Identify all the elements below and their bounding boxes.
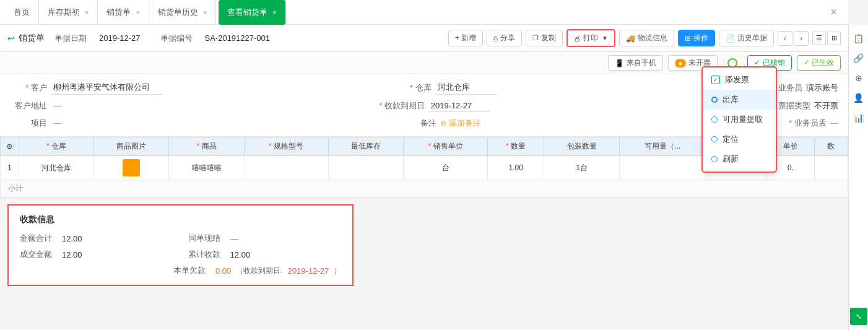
tab-home[interactable]: 首页 <box>5 0 39 25</box>
toolbar-actions: + 新增 ⎙ 分享 ❐ 复制 🖨 打印 ▼ 🚚 物流信息 ⊞ 操作 📄 历史单据… <box>448 29 841 47</box>
logistics-button[interactable]: 🚚 物流信息 <box>619 30 674 46</box>
expand-icon: ⤡ <box>856 312 862 321</box>
tab-close-inventory[interactable]: × <box>85 9 89 16</box>
view-list-icon[interactable]: ☰ <box>812 32 826 45</box>
subtotal-row: 小计 <box>1 180 848 198</box>
ticket-field: * 票据类型 不开票 <box>773 100 838 111</box>
copy-button[interactable]: ❐ 复制 <box>526 30 563 46</box>
tab-bar: 首页 库存期初 × 销货单 × 销货单历史 × 查看销货单 × × <box>0 0 848 25</box>
due-date-value: 2019-12-27 <box>428 100 490 112</box>
window-close-button[interactable]: × <box>824 6 843 19</box>
col-product-img: 商品图片 <box>94 137 169 156</box>
business-value: 演示账号 <box>806 82 838 93</box>
total-value: 12.00 <box>62 234 82 243</box>
payment-title: 收款信息 <box>20 214 341 225</box>
effect-button[interactable]: ✓ 已生效 <box>797 55 841 71</box>
new-button[interactable]: + 新增 <box>448 30 483 46</box>
nav-prev[interactable]: ‹ <box>778 31 792 46</box>
dropdown-item-available-pick[interactable]: 可用量提取 <box>703 110 776 129</box>
print-button[interactable]: 🖨 打印 ▼ <box>566 29 615 47</box>
date-label: 单据日期 <box>54 33 87 44</box>
chart-icon: 📊 <box>853 113 864 123</box>
tab-inventory[interactable]: 库存期初 × <box>39 0 98 25</box>
settle-row: 同单现结 — <box>188 233 342 244</box>
tab-close-sales[interactable]: × <box>136 9 139 16</box>
circle-plus-icon: ⊕ <box>855 73 862 83</box>
ticket-label: * 票据类型 <box>773 100 810 111</box>
doc-meta: 单据日期 2019-12-27 单据编号 SA-20191227-001 <box>54 33 270 44</box>
customer-label: * 客户 <box>10 82 47 93</box>
operation-button[interactable]: ⊞ 操作 <box>678 30 715 46</box>
available-pick-icon <box>711 116 718 123</box>
tab-close-history[interactable]: × <box>203 9 207 16</box>
ticket-value: 不开票 <box>814 100 838 111</box>
row-warehouse: 河北仓库 <box>19 156 94 180</box>
row-quantity: 1.00 <box>488 156 544 180</box>
view-grid-icon[interactable]: ⊞ <box>827 32 841 45</box>
right-sidebar: 📋 🔗 ⊕ 👤 📊 ⤡ <box>848 25 868 330</box>
cumulative-value: 12.00 <box>230 250 251 259</box>
address-label: 客户地址 <box>10 100 47 111</box>
row-available <box>619 156 706 180</box>
sidebar-icon-4[interactable]: 👤 <box>850 89 867 106</box>
col-amount: 数 <box>814 137 848 156</box>
tab-sales-history[interactable]: 销货单历史 × <box>149 0 216 25</box>
row-sales-unit: 台 <box>403 156 487 180</box>
print-dropdown-arrow[interactable]: ▼ <box>602 35 608 41</box>
dropdown-item-refresh[interactable]: 刷新 <box>703 149 776 169</box>
debt-label: 本单欠款 <box>173 265 210 276</box>
salesman-field: * 业务员孟 — <box>789 118 838 129</box>
cumulative-label: 累计收款 <box>188 249 225 260</box>
dropdown-item-locate[interactable]: 定位 <box>703 129 776 149</box>
business-field: 业务员 演示账号 <box>778 82 838 93</box>
dropdown-item-outbound[interactable]: 出库 <box>703 90 776 110</box>
clipboard-icon: 📋 <box>853 33 864 43</box>
deal-label: 成交金额 <box>20 249 57 260</box>
num-label: 单据编号 <box>160 33 193 44</box>
add-invoice-icon: ✓ <box>711 76 720 84</box>
remark-label: 备注 <box>412 118 436 129</box>
col-settings[interactable]: ⚙ <box>1 137 19 156</box>
add-remark-button[interactable]: ⊕ 添加备注 <box>440 118 481 129</box>
outbound-icon <box>711 97 718 103</box>
debt-date: 2019-12-27 <box>288 266 329 276</box>
col-sales-unit: * 销售单位 <box>403 137 487 156</box>
sidebar-icon-1[interactable]: 📋 <box>850 30 867 47</box>
link-icon: 🔗 <box>853 53 864 63</box>
col-spec: * 规格型号 <box>244 137 328 156</box>
toolbar: ↩ 销货单 单据日期 2019-12-27 单据编号 SA-20191227-0… <box>0 25 848 52</box>
sidebar-icon-5[interactable]: 📊 <box>850 109 867 126</box>
col-min-stock: 最低库存 <box>328 137 403 156</box>
due-date-label: * 收款到期日 <box>379 100 425 111</box>
customer-field: * 客户 柳州粤港平安气体有限公司 <box>10 80 382 95</box>
tab-sales[interactable]: 销货单 × <box>98 0 149 25</box>
due-date-field: * 收款到期日 2019-12-27 <box>379 100 723 112</box>
total-row: 金额合计 12.00 <box>20 233 173 244</box>
debt-note-end: ） <box>334 266 341 276</box>
deal-value: 12.00 <box>62 250 82 259</box>
history-button[interactable]: 📄 历史单据 <box>719 30 774 46</box>
address-field: 客户地址 — <box>10 100 354 112</box>
nav-arrows: ‹ › <box>778 31 809 46</box>
share-button[interactable]: ⎙ 分享 <box>487 30 522 46</box>
sidebar-expand-button[interactable]: ⤡ <box>850 308 867 325</box>
nav-next[interactable]: › <box>794 31 809 46</box>
col-warehouse: * 仓库 <box>19 137 94 156</box>
num-value: SA-20191227-001 <box>205 33 271 43</box>
from-mobile-button[interactable]: 📱 来自手机 <box>608 55 663 71</box>
total-label: 金额合计 <box>20 233 57 244</box>
project-label: 项目 <box>10 118 47 129</box>
tab-close-view-sales[interactable]: × <box>272 9 276 16</box>
dropdown-item-add-invoice[interactable]: ✓ 添发票 <box>703 70 776 90</box>
sidebar-icon-2[interactable]: 🔗 <box>850 50 867 67</box>
business-label: 业务员 <box>778 82 802 93</box>
row-spec <box>244 156 328 180</box>
row-amount <box>814 156 848 180</box>
row-pack-qty: 1台 <box>544 156 619 180</box>
settle-label: 同单现结 <box>188 233 225 244</box>
product-image <box>123 159 140 176</box>
doc-type-label: ↩ 销货单 <box>7 33 45 44</box>
deal-row: 成交金额 12.00 <box>20 249 173 260</box>
tab-view-sales[interactable]: 查看销货单 × <box>219 0 285 25</box>
sidebar-icon-3[interactable]: ⊕ <box>850 69 867 87</box>
